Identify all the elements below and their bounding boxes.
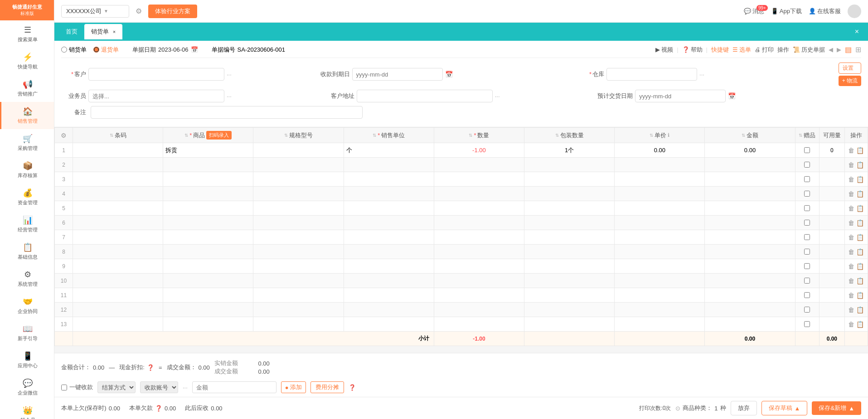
qty-input[interactable] bbox=[436, 219, 522, 226]
one-click-pay-checkbox[interactable]: 一键收款 bbox=[61, 383, 93, 391]
spec-input[interactable] bbox=[256, 248, 341, 255]
cell-qty[interactable] bbox=[434, 187, 524, 201]
unit-input[interactable] bbox=[346, 161, 432, 168]
unit-input[interactable] bbox=[346, 234, 432, 241]
cell-unit[interactable] bbox=[344, 245, 434, 259]
salesperson-input[interactable] bbox=[88, 90, 224, 102]
cell-barcode[interactable] bbox=[73, 230, 163, 245]
spec-input[interactable] bbox=[256, 306, 341, 313]
cell-amount[interactable] bbox=[705, 201, 795, 216]
due-date-calendar-icon[interactable]: 📅 bbox=[445, 71, 453, 78]
account-more-icon[interactable]: ··· bbox=[183, 384, 188, 391]
gift-checkbox[interactable] bbox=[804, 147, 810, 153]
cell-gift[interactable] bbox=[795, 143, 819, 158]
cell-pkg-qty[interactable] bbox=[524, 288, 615, 303]
spec-input[interactable] bbox=[256, 234, 341, 241]
barcode-input[interactable] bbox=[75, 234, 160, 241]
sidebar-item-guide[interactable]: 📖 新手引导 bbox=[0, 319, 54, 347]
price-input[interactable] bbox=[617, 205, 702, 212]
discard-btn[interactable]: 放弃 bbox=[731, 401, 757, 415]
barcode-input[interactable] bbox=[75, 248, 160, 255]
cell-amount[interactable] bbox=[705, 216, 795, 230]
cell-qty[interactable] bbox=[434, 317, 524, 332]
discount-info-icon[interactable]: ❓ bbox=[147, 364, 154, 371]
pkg-qty-input[interactable] bbox=[527, 176, 612, 183]
cell-barcode[interactable] bbox=[73, 172, 163, 187]
delete-row-btn[interactable]: 🗑 bbox=[848, 161, 854, 169]
sidebar-item-purchase[interactable]: 🛒 采购管理 bbox=[0, 129, 54, 156]
cell-unit[interactable] bbox=[344, 143, 434, 158]
gift-checkbox[interactable] bbox=[804, 321, 810, 327]
price-input[interactable] bbox=[617, 234, 702, 241]
copy-row-btn[interactable]: 📋 bbox=[856, 248, 864, 255]
cell-pkg-qty[interactable] bbox=[524, 230, 615, 245]
cell-pkg-qty[interactable] bbox=[524, 245, 615, 259]
cell-spec[interactable] bbox=[253, 216, 344, 230]
cell-amount[interactable] bbox=[705, 288, 795, 303]
delete-row-btn[interactable]: 🗑 bbox=[848, 248, 854, 255]
cell-qty[interactable] bbox=[434, 245, 524, 259]
cell-barcode[interactable] bbox=[73, 259, 163, 274]
unit-input[interactable] bbox=[346, 263, 432, 270]
spec-input[interactable] bbox=[256, 147, 341, 154]
save-new-btn[interactable]: 保存&新增 ▲ bbox=[812, 401, 861, 415]
product-input[interactable] bbox=[165, 176, 251, 183]
cell-price[interactable] bbox=[615, 230, 705, 245]
cell-gift[interactable] bbox=[795, 259, 819, 274]
warehouse-more-icon[interactable]: ··· bbox=[699, 71, 704, 78]
logistics-btn[interactable]: + 物流 bbox=[839, 76, 861, 86]
unit-input[interactable] bbox=[346, 176, 432, 183]
pkg-qty-input[interactable] bbox=[527, 190, 612, 197]
pkg-qty-input[interactable] bbox=[527, 219, 612, 226]
price-input[interactable] bbox=[617, 190, 702, 197]
account-select[interactable]: 收款账号 bbox=[140, 381, 178, 393]
pkg-qty-input[interactable] bbox=[527, 277, 612, 284]
qty-input[interactable] bbox=[436, 176, 522, 183]
sidebar-item-sales[interactable]: 🏠 销售管理 bbox=[0, 102, 54, 129]
cell-spec[interactable] bbox=[253, 201, 344, 216]
qty-input[interactable] bbox=[436, 190, 522, 197]
cell-gift[interactable] bbox=[795, 230, 819, 245]
expense-split-btn[interactable]: 费用分摊 bbox=[310, 381, 344, 393]
cell-gift[interactable] bbox=[795, 274, 819, 288]
copy-row-btn[interactable]: 📋 bbox=[856, 234, 864, 241]
cell-product[interactable] bbox=[163, 303, 253, 317]
amount-input-cell[interactable] bbox=[707, 190, 792, 197]
sort-unit-icon[interactable]: ⇅ bbox=[373, 133, 376, 138]
product-input[interactable] bbox=[165, 248, 251, 255]
amount-input-cell[interactable] bbox=[707, 161, 792, 168]
cell-price[interactable] bbox=[615, 172, 705, 187]
price-input[interactable] bbox=[617, 277, 702, 284]
tab-sales-order[interactable]: 销货单 × bbox=[84, 24, 122, 39]
product-input[interactable] bbox=[165, 161, 251, 168]
product-input[interactable] bbox=[165, 263, 251, 270]
spec-input[interactable] bbox=[256, 277, 341, 284]
gift-checkbox[interactable] bbox=[804, 191, 810, 197]
gift-checkbox[interactable] bbox=[804, 307, 810, 313]
amount-input-cell[interactable] bbox=[707, 277, 792, 284]
user-avatar[interactable] bbox=[848, 5, 861, 18]
sort-product-icon[interactable]: ⇅ bbox=[184, 133, 188, 138]
pkg-qty-input[interactable] bbox=[527, 205, 612, 212]
cell-amount[interactable] bbox=[705, 274, 795, 288]
cell-unit[interactable] bbox=[344, 259, 434, 274]
expected-date-calendar-icon[interactable]: 📅 bbox=[728, 92, 736, 100]
customer-input[interactable] bbox=[88, 68, 224, 81]
copy-row-btn[interactable]: 📋 bbox=[856, 205, 864, 212]
price-input[interactable] bbox=[617, 176, 702, 183]
cell-product[interactable] bbox=[163, 158, 253, 172]
cell-gift[interactable] bbox=[795, 201, 819, 216]
cell-pkg-qty[interactable] bbox=[524, 158, 615, 172]
cell-amount[interactable] bbox=[705, 158, 795, 172]
sort-gift-icon[interactable]: ⇅ bbox=[799, 133, 802, 138]
amount-input-cell[interactable] bbox=[707, 205, 792, 212]
spec-input[interactable] bbox=[256, 161, 341, 168]
amount-input[interactable] bbox=[192, 381, 276, 393]
sidebar-item-search[interactable]: ☰ 搜索菜单 bbox=[0, 20, 54, 48]
price-input[interactable] bbox=[617, 263, 702, 270]
barcode-input[interactable] bbox=[75, 147, 160, 154]
expense-info-icon[interactable]: ❓ bbox=[349, 384, 356, 391]
pkg-qty-input[interactable] bbox=[527, 161, 612, 168]
cell-amount[interactable] bbox=[705, 172, 795, 187]
cell-spec[interactable] bbox=[253, 317, 344, 332]
